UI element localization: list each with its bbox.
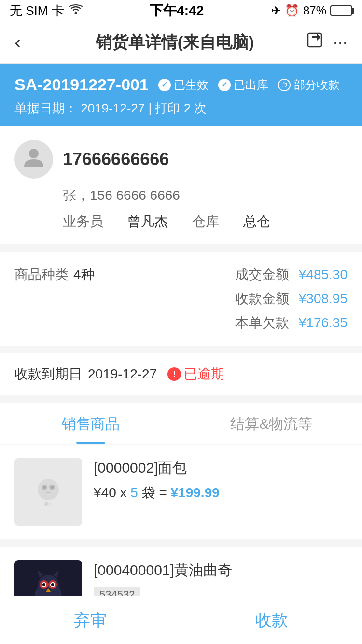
tab-sales-products[interactable]: 销售商品: [0, 403, 181, 444]
svg-point-3: [38, 479, 59, 500]
category-label: 商品种类: [14, 266, 69, 284]
status-right: ✈ ⏰ 87%: [271, 4, 352, 17]
order-id: SA-20191227-001: [14, 75, 149, 94]
nav-bar: ‹ 销货单详情(来自电脑) ···: [0, 21, 362, 64]
more-icon[interactable]: ···: [333, 32, 348, 53]
back-button[interactable]: ‹: [14, 31, 43, 53]
order-id-row: SA-20191227-001 ✓ 已生效 ✓ 已出库 ⏱ 部分收款: [14, 75, 348, 94]
owed-amount-row: 本单欠款 ¥176.35: [235, 314, 348, 332]
overdue-label: 收款到期日: [14, 365, 82, 383]
overdue-status: 已逾期: [184, 365, 224, 383]
deal-amount-label: 成交金额: [235, 266, 289, 284]
overdue-section: 收款到期日 2019-12-27 ! 已逾期: [0, 353, 362, 395]
check-icon-2: ✓: [218, 79, 231, 91]
tabs-section: 销售商品 结算&物流等: [0, 403, 362, 444]
customer-phone: 17666666666: [63, 149, 169, 169]
product-info-1: [0000002]面包 ¥40 x 5 袋 = ¥199.99: [94, 458, 348, 502]
received-amount-label: 收款金额: [235, 290, 289, 308]
wifi-icon: [69, 3, 83, 18]
badge-effective: ✓ 已生效: [158, 77, 209, 93]
product-price-row-1: ¥40 x 5 袋 = ¥199.99: [94, 484, 348, 502]
list-item: 象+ [0000002]面包 ¥40 x 5 袋 = ¥199.99: [0, 445, 362, 539]
svg-point-6: [43, 486, 46, 489]
badge-partial-payment: ⏱ 部分收款: [278, 77, 340, 93]
summary-right: 成交金额 ¥485.30 收款金额 ¥308.95 本单欠款 ¥176.35: [235, 266, 348, 332]
order-meta: 单据日期： 2019-12-27 | 打印 2 次: [14, 100, 348, 117]
status-time: 下午4:42: [150, 1, 204, 20]
order-header: SA-20191227-001 ✓ 已生效 ✓ 已出库 ⏱ 部分收款 单据日期：…: [0, 64, 362, 126]
warehouse-name: 总仓: [243, 212, 270, 231]
collect-payment-button[interactable]: 收款: [181, 596, 362, 644]
customer-row: 17666666666: [14, 140, 348, 179]
tabs-row: 销售商品 结算&物流等: [0, 403, 362, 444]
location-icon: ✈: [271, 4, 281, 17]
overdue-warning-icon: !: [167, 367, 181, 381]
product-name-1: [0000002]面包: [94, 458, 348, 478]
svg-point-7: [51, 486, 54, 489]
summary-section: 商品种类 4种 成交金额 ¥485.30 收款金额 ¥308.95 本单欠款 ¥…: [0, 252, 362, 346]
cancel-review-button[interactable]: 弃审: [0, 596, 181, 644]
customer-name: 张，156 6666 6666: [63, 186, 348, 205]
battery-icon: [330, 5, 352, 16]
svg-rect-1: [308, 33, 321, 47]
received-amount-row: 收款金额 ¥308.95: [235, 290, 348, 308]
badge-shipped: ✓ 已出库: [218, 77, 268, 93]
svg-point-0: [74, 12, 77, 14]
overdue-badge: ! 已逾期: [167, 365, 224, 383]
check-icon-1: ✓: [158, 79, 171, 91]
warehouse-label: 仓库: [192, 212, 219, 231]
carrier-label: 无 SIM 卡: [10, 2, 64, 19]
sales-name: 曾凡杰: [127, 212, 168, 231]
share-icon[interactable]: [306, 31, 323, 53]
sales-label: 业务员: [63, 212, 103, 231]
nav-actions: ···: [306, 31, 348, 53]
page-title: 销货单详情(来自电脑): [96, 31, 254, 54]
received-amount-value: ¥308.95: [299, 291, 348, 307]
customer-info-row: 业务员 曾凡杰 仓库 总仓: [63, 212, 348, 231]
summary-row: 商品种类 4种 成交金额 ¥485.30 收款金额 ¥308.95 本单欠款 ¥…: [14, 266, 348, 332]
summary-left: 商品种类 4种: [14, 266, 95, 284]
deal-amount-row: 成交金额 ¥485.30: [235, 266, 348, 284]
bottom-bar: 弃审 收款: [0, 596, 362, 644]
svg-point-2: [29, 149, 39, 158]
avatar: [14, 140, 53, 179]
battery-percent: 87%: [303, 4, 326, 17]
product-qty-1: 5: [130, 485, 138, 500]
product-total-1: ¥199.99: [171, 485, 220, 500]
owed-amount-value: ¥176.35: [299, 315, 348, 331]
svg-text:象+: 象+: [44, 501, 52, 506]
deal-amount-value: ¥485.30: [299, 267, 348, 282]
product-name-2: [000400001]黄油曲奇: [94, 560, 348, 580]
status-left: 无 SIM 卡: [10, 2, 83, 19]
status-bar: 无 SIM 卡 下午4:42 ✈ ⏰ 87%: [0, 0, 362, 21]
svg-point-17: [51, 583, 54, 586]
alarm-icon: ⏰: [285, 4, 299, 17]
product-image-1: 象+: [14, 458, 82, 526]
owed-amount-label: 本单欠款: [235, 314, 289, 332]
user-icon: [22, 145, 46, 174]
category-count: 4种: [73, 266, 95, 284]
customer-section: 17666666666 张，156 6666 6666 业务员 曾凡杰 仓库 总…: [0, 126, 362, 244]
clock-icon: ⏱: [278, 79, 291, 91]
overdue-date: 2019-12-27: [88, 366, 157, 382]
svg-point-16: [42, 583, 45, 586]
tab-settlement-logistics[interactable]: 结算&物流等: [181, 403, 362, 444]
